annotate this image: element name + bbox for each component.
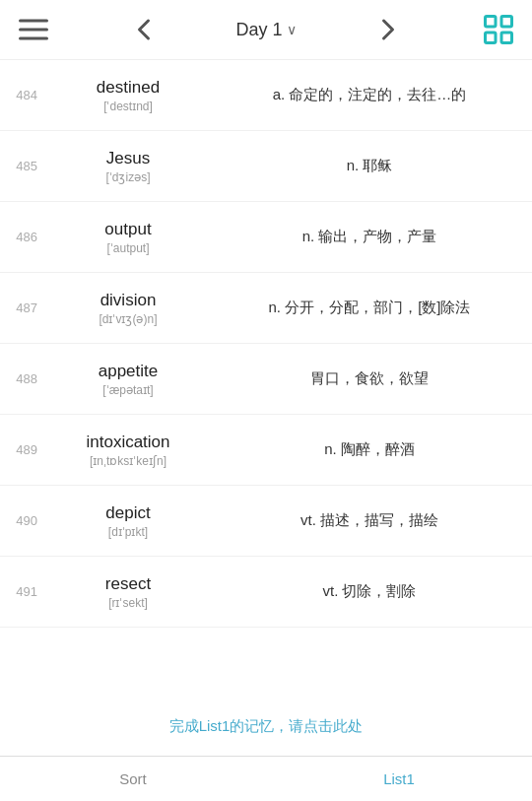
word-text: division <box>100 291 157 310</box>
day-dropdown-icon: ∨ <box>287 22 297 37</box>
word-definition: n. 输出，产物，产量 <box>207 226 532 248</box>
word-phonetic: [rɪˈsekt] <box>108 596 148 610</box>
tab-list1[interactable]: List1 <box>266 757 532 801</box>
table-row[interactable]: 484 destined [ˈdestɪnd] a. 命定的，注定的，去往…的 <box>0 60 532 131</box>
complete-text[interactable]: 完成List1的记忆，请点击此处 <box>169 717 364 734</box>
header: Day 1 ∨ <box>0 0 532 60</box>
word-phonetic: [ˈdestɪnd] <box>103 100 153 113</box>
word-number: 491 <box>0 584 49 599</box>
word-number: 489 <box>0 442 49 457</box>
day-label: Day 1 <box>235 20 282 40</box>
table-row[interactable]: 486 output [ˈautput] n. 输出，产物，产量 <box>0 202 532 273</box>
word-column: Jesus [ˈdʒizəs] <box>49 149 207 184</box>
word-number: 486 <box>0 230 49 244</box>
tab-sort[interactable]: Sort <box>0 757 266 801</box>
forward-button[interactable] <box>370 12 406 47</box>
svg-rect-6 <box>501 33 512 43</box>
table-row[interactable]: 487 division [dɪˈvɪʒ(ə)n] n. 分开，分配，部门，[数… <box>0 273 532 344</box>
tab-list1-label: List1 <box>383 770 415 787</box>
word-definition: n. 陶醉，醉酒 <box>207 438 532 461</box>
word-column: depict [dɪˈpɪkt] <box>49 503 207 539</box>
menu-button[interactable] <box>16 12 51 47</box>
back-button[interactable] <box>126 12 162 47</box>
word-column: appetite [ˈæpətaɪt] <box>49 362 207 397</box>
word-column: destined [ˈdestɪnd] <box>49 78 207 113</box>
word-phonetic: [ˈdʒizəs] <box>105 170 150 184</box>
word-phonetic: [ˈautput] <box>106 241 149 255</box>
svg-rect-4 <box>501 17 512 28</box>
word-column: division [dɪˈvɪʒ(ə)n] <box>49 291 207 326</box>
day-title[interactable]: Day 1 ∨ <box>235 20 296 40</box>
table-row[interactable]: 491 resect [rɪˈsekt] vt. 切除，割除 <box>0 557 532 628</box>
word-number: 485 <box>0 159 49 173</box>
word-column: resect [rɪˈsekt] <box>49 574 207 610</box>
complete-link[interactable]: 完成List1的记忆，请点击此处 <box>0 698 532 756</box>
word-definition: n. 耶稣 <box>207 155 532 177</box>
table-row[interactable]: 485 Jesus [ˈdʒizəs] n. 耶稣 <box>0 131 532 202</box>
table-row[interactable]: 488 appetite [ˈæpətaɪt] 胃口，食欲，欲望 <box>0 344 532 415</box>
word-text: Jesus <box>106 149 150 168</box>
table-row[interactable]: 490 depict [dɪˈpɪkt] vt. 描述，描写，描绘 <box>0 486 532 557</box>
svg-rect-5 <box>485 33 496 43</box>
word-definition: n. 分开，分配，部门，[数]除法 <box>207 297 532 319</box>
word-phonetic: [ɪnˌtɒksɪˈkeɪʃn] <box>90 454 166 468</box>
word-definition: vt. 切除，割除 <box>207 580 532 603</box>
word-definition: a. 命定的，注定的，去往…的 <box>207 84 532 106</box>
word-text: output <box>104 220 151 239</box>
table-row[interactable]: 489 intoxication [ɪnˌtɒksɪˈkeɪʃn] n. 陶醉，… <box>0 415 532 486</box>
word-definition: vt. 描述，描写，描绘 <box>207 509 532 532</box>
word-phonetic: [dɪˈvɪʒ(ə)n] <box>99 312 157 326</box>
word-number: 490 <box>0 513 49 528</box>
word-number: 487 <box>0 300 49 315</box>
word-text: depict <box>105 503 150 523</box>
word-column: intoxication [ɪnˌtɒksɪˈkeɪʃn] <box>49 433 207 468</box>
bottom-tabs: Sort List1 <box>0 756 532 801</box>
word-column: output [ˈautput] <box>49 220 207 255</box>
word-number: 488 <box>0 371 49 386</box>
word-text: destined <box>97 78 160 98</box>
word-text: intoxication <box>86 433 169 452</box>
word-number: 484 <box>0 88 49 102</box>
word-list: 484 destined [ˈdestɪnd] a. 命定的，注定的，去往…的 … <box>0 60 532 698</box>
tab-sort-label: Sort <box>119 770 147 787</box>
word-definition: 胃口，食欲，欲望 <box>207 367 532 390</box>
svg-rect-3 <box>485 17 496 28</box>
word-text: appetite <box>99 362 159 381</box>
word-text: resect <box>105 574 151 594</box>
word-phonetic: [dɪˈpɪkt] <box>108 525 148 539</box>
view-toggle-button[interactable] <box>481 12 516 47</box>
word-phonetic: [ˈæpətaɪt] <box>102 383 153 397</box>
